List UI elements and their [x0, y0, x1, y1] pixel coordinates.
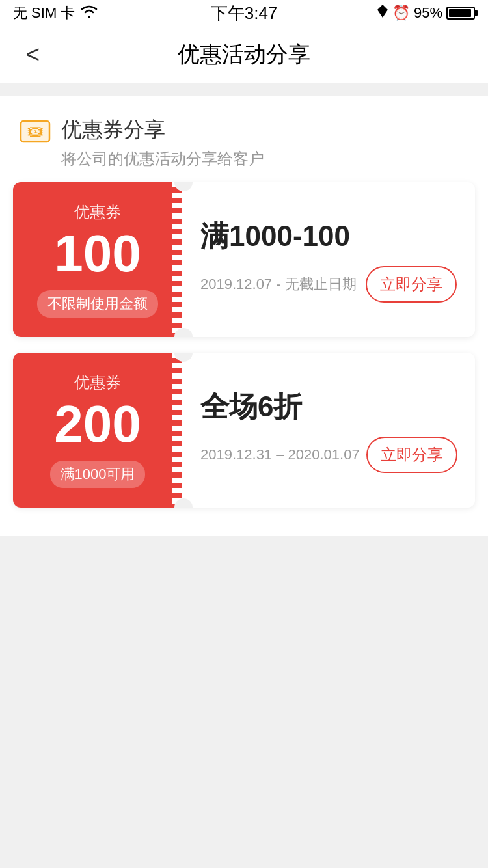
coupon-card-1: 优惠券 100 不限制使用金额 满1000-100 2019.12.07 - 无… [13, 182, 475, 337]
share-button-2[interactable]: 立即分享 [366, 437, 457, 473]
battery-fill [449, 9, 471, 17]
coupon-left-2: 优惠券 200 满1000可用 [13, 353, 182, 508]
coupon-label-2: 优惠券 [74, 372, 121, 393]
coupon-right-2: 全场6折 2019.12.31 – 2020.01.07 立即分享 [182, 353, 475, 508]
coupon-date-2: 2019.12.31 – 2020.01.07 [200, 446, 360, 463]
section-text: 优惠券分享 将公司的优惠活动分享给客户 [61, 116, 264, 169]
status-left: 无 SIM 卡 [13, 3, 98, 23]
coupon-amount-2: 200 [54, 398, 141, 450]
wifi-icon [80, 4, 98, 22]
nav-bar: < 优惠活动分享 [0, 26, 488, 83]
section-subtitle: 将公司的优惠活动分享给客户 [61, 148, 264, 169]
coupon-card-2: 优惠券 200 满1000可用 全场6折 2019.12.31 – 2020.0… [13, 353, 475, 508]
location-icon [377, 4, 388, 22]
carrier-text: 无 SIM 卡 [13, 3, 75, 23]
coupon-date-1: 2019.12.07 - 无截止日期 [200, 275, 357, 294]
svg-text:🎟: 🎟 [27, 121, 44, 141]
share-button-1[interactable]: 立即分享 [366, 266, 457, 303]
battery-icon [446, 7, 475, 20]
back-button[interactable]: < [20, 34, 46, 75]
coupon-condition-2: 满1000可用 [50, 461, 146, 488]
coupon-name-2: 全场6折 [200, 388, 457, 426]
coupon-condition-1: 不限制使用金额 [37, 290, 158, 318]
status-right: ⏰ 95% [377, 4, 475, 22]
coupon-amount-1: 100 [54, 228, 141, 280]
coupon-section-icon: 🎟 [20, 116, 51, 147]
status-bar: 无 SIM 卡 下午3:47 ⏰ 95% [0, 0, 488, 26]
battery-percent: 95% [414, 5, 442, 21]
coupon-list: 优惠券 100 不限制使用金额 满1000-100 2019.12.07 - 无… [0, 182, 488, 536]
status-time: 下午3:47 [211, 2, 278, 25]
top-divider [0, 83, 488, 96]
coupon-label-1: 优惠券 [74, 202, 121, 223]
coupon-right-1: 满1000-100 2019.12.07 - 无截止日期 立即分享 [182, 182, 475, 337]
page-title: 优惠活动分享 [178, 40, 310, 70]
coupon-name-1: 满1000-100 [200, 217, 457, 256]
coupon-meta-1: 2019.12.07 - 无截止日期 立即分享 [200, 266, 457, 303]
alarm-icon: ⏰ [392, 5, 410, 21]
coupon-meta-2: 2019.12.31 – 2020.01.07 立即分享 [200, 437, 457, 473]
content-area [0, 536, 488, 861]
coupon-left-1: 优惠券 100 不限制使用金额 [13, 182, 182, 337]
section-header: 🎟 优惠券分享 将公司的优惠活动分享给客户 [0, 96, 488, 182]
section-title: 优惠券分享 [61, 116, 264, 144]
